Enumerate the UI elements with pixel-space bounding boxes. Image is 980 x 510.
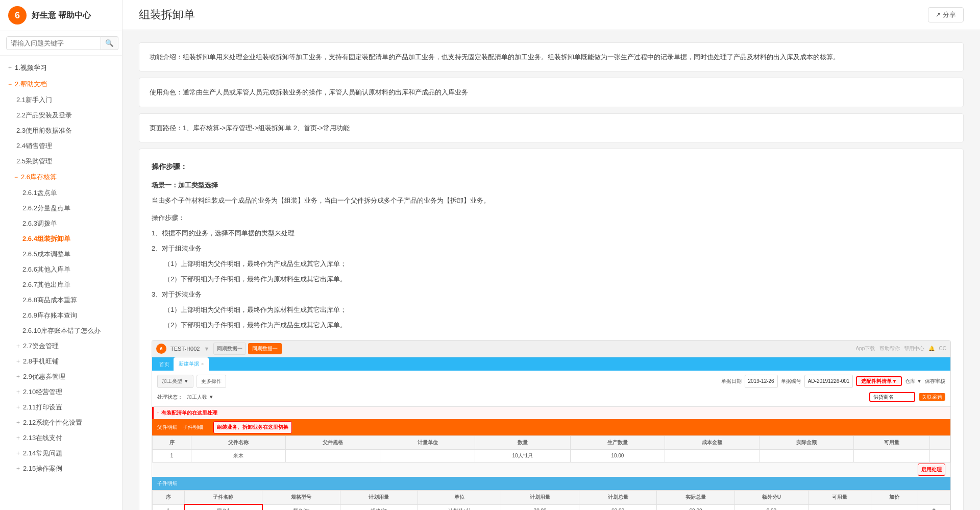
share-icon: ↗ [936, 11, 941, 18]
annotation-label2: 组装业务、拆卸业务在这里切换 [213, 421, 292, 433]
sidebar-item-label: 2.6.8商品成本重算 [22, 296, 77, 305]
sidebar-item-label: 2.6.9库存账本查询 [22, 311, 77, 320]
search-input[interactable] [6, 36, 101, 50]
sidebar-item-goods-cost[interactable]: 2.6.8商品成本重算 [0, 293, 122, 308]
sidebar-item-other-in[interactable]: 2.6.6其他入库单 [0, 262, 122, 277]
sidebar-item-label: 2.3使用前数据准备 [16, 126, 72, 135]
sidebar-item-label: 2.6.2分量盘点单 [22, 204, 70, 213]
intro-text: 功能介绍：组装拆卸单用来处理企业组装或拆卸等加工业务，支持有固定装配清单的产品加… [150, 53, 840, 61]
screenshot-box: 6 TEST-H002 ▼ 同期数据一 同期数据一 App下载 帮助帮你 帮用中… [152, 340, 951, 510]
sidebar-item-label: 2.8手机旺铺 [23, 357, 59, 366]
table-row: 1 米木 10人*1只 10.00 [153, 450, 950, 463]
sidebar-item-label: 2.9优惠券管理 [23, 372, 65, 381]
sidebar-item-label: 2.13在线支付 [23, 433, 62, 443]
role-section: 使用角色：通常由生产人员或库管人员完成拆装业务的操作，库管人员确认原材料的出库和… [139, 78, 964, 107]
annotation-label3: 启用处理 [918, 464, 945, 476]
page-title: 组装拆卸单 [139, 7, 195, 22]
sidebar-item-coupon[interactable]: +2.9优惠券管理 [0, 369, 122, 384]
ss-company: TEST-H002 [170, 343, 200, 354]
ss-logo: 6 [156, 344, 166, 354]
scenario1-desc: 当由多个子件材料组装成一个成品的业务为【组装】业务，当由一个父件拆分成多个子产品… [152, 194, 951, 207]
sidebar-item-label: 2.2产品安装及登录 [16, 111, 72, 120]
sidebar-item-pay[interactable]: +2.13在线支付 [0, 430, 122, 446]
sidebar-item-label: 2.6.7其他出库单 [22, 280, 70, 289]
search-icon: 🔍 [105, 39, 114, 47]
step2: 2、对于组装业务 [152, 242, 951, 255]
sidebar-item-other-out[interactable]: 2.6.7其他出库单 [0, 277, 122, 293]
sidebar-item-label: 2.6库存核算 [21, 173, 57, 182]
annotation-input-red: 供货商名 [869, 392, 915, 402]
sidebar-item-print[interactable]: +2.11打印设置 [0, 400, 122, 415]
sidebar-item-data[interactable]: 2.3使用前数据准备 [0, 123, 122, 138]
sidebar-item-stocktake[interactable]: 2.6.1盘点单 [0, 185, 122, 201]
sidebar-item-error[interactable]: 2.6.10库存账本错了怎么办 [0, 323, 122, 338]
sidebar-item-assembly[interactable]: 2.6.4组装拆卸单 [0, 231, 122, 247]
sidebar-item-label: 2.12系统个性化设置 [23, 418, 82, 427]
step2-sub1: （1）上部明细为父件明细，最终作为产成品生成其它入库单； [152, 257, 951, 271]
intro-section: 功能介绍：组装拆卸单用来处理企业组装或拆卸等加工业务，支持有固定装配清单的产品加… [139, 42, 964, 71]
search-button[interactable]: 🔍 [101, 36, 118, 50]
table-row: 1 黑色1 颜色/红 规格/红 计划(1+1) 30.00 60.00 60.0… [153, 504, 950, 510]
sidebar-item-label: 2.6.5成本调整单 [22, 250, 70, 259]
sidebar-item-label: 2.5采购管理 [16, 157, 52, 166]
sidebar-item-custom[interactable]: +2.12系统个性化设置 [0, 415, 122, 430]
steps-intro: 操作步骤： [152, 211, 951, 225]
sidebar: 6 好生意 帮助中心 🔍 + 1.视频学习 − 2.帮助文档 2.1新手入门 2… [0, 0, 122, 510]
sidebar-item-inventory[interactable]: − 2.6库存核算 [0, 169, 122, 185]
sidebar-item-label: 2.6.3调拨单 [22, 219, 57, 228]
sidebar-header: 6 好生意 帮助中心 [0, 0, 122, 31]
sidebar-item-label: 2.6.4组装拆卸单 [22, 234, 70, 244]
ss-new-btn: 同期数据一 [248, 343, 282, 354]
sidebar-item-mobile[interactable]: +2.8手机旺铺 [0, 354, 122, 369]
collapse-icon: − [8, 81, 12, 88]
role-text: 使用角色：通常由生产人员或库管人员完成拆装业务的操作，库管人员确认原材料的出库和… [150, 88, 468, 96]
sidebar-item-label: 2.10经营管理 [23, 387, 62, 397]
steps-title: 操作步骤： [152, 159, 951, 174]
sidebar-item-ledger[interactable]: 2.6.9库存账本查询 [0, 308, 122, 323]
app-logo: 6 [8, 6, 27, 25]
path-section: 页面路径：1、库存核算->库存管理->组装拆卸单 2、首页->常用功能 [139, 113, 964, 142]
sidebar-item-partial[interactable]: 2.6.2分量盘点单 [0, 201, 122, 216]
main-content: 操作步骤： 场景一：加工类型选择 当由多个子件材料组装成一个成品的业务为【组装】… [139, 149, 964, 510]
annotation-label1: ↑ 有装配清单的在这里处理 [152, 407, 950, 419]
sidebar-item-ops[interactable]: +2.10经营管理 [0, 384, 122, 400]
step3: 3、对于拆装业务 [152, 288, 951, 301]
step3-sub1: （1）上部明细为父件明细，最终作为原材料生成其它出库单； [152, 303, 951, 317]
sidebar-item-label: 2.6.1盘点单 [22, 188, 57, 198]
sidebar-item-videos[interactable]: + 1.视频学习 [0, 60, 122, 76]
app-name: 好生意 帮助中心 [32, 10, 91, 21]
sidebar-item-faq[interactable]: +2.14常见问题 [0, 446, 122, 461]
annotation-assembly-list: 选配件料清单▼ [856, 376, 902, 386]
sidebar-item-docs[interactable]: − 2.帮助文档 [0, 76, 122, 92]
content-area: 功能介绍：组装拆卸单用来处理企业组装或拆卸等加工业务，支持有固定装配清单的产品加… [122, 30, 980, 510]
sidebar-item-label: 2.4销售管理 [16, 141, 52, 151]
expand-icon: + [8, 64, 12, 71]
sidebar-item-cost[interactable]: 2.6.5成本调整单 [0, 247, 122, 262]
ss-nav-btn: 同期数据一 [213, 343, 246, 355]
main-area: 组装拆卸单 ↗ 分享 功能介绍：组装拆卸单用来处理企业组装或拆卸等加工业务，支持… [122, 0, 980, 510]
sidebar-item-install[interactable]: 2.2产品安装及登录 [0, 108, 122, 123]
sidebar-item-label: 2.15操作案例 [23, 464, 62, 473]
sidebar-item-finance[interactable]: +2.7资金管理 [0, 338, 122, 354]
ss-tab-label: 新建单据 [179, 359, 199, 369]
sidebar-item-purchase[interactable]: 2.5采购管理 [0, 154, 122, 169]
scenario1-title: 场景一：加工类型选择 [152, 179, 951, 192]
step3-sub2: （2）下部明细为子件明细，最终作为产成品生成其它入库单。 [152, 319, 951, 332]
share-label: 分享 [943, 10, 956, 19]
sidebar-item-label: 1.视频学习 [15, 63, 47, 72]
ss-switch-row: 父件明细 子件明细 组装业务、拆卸业务在这里切换 [152, 419, 950, 435]
ss-close-tab[interactable]: × [201, 359, 204, 369]
sidebar-item-label: 2.帮助文档 [15, 80, 47, 89]
share-button[interactable]: ↗ 分享 [928, 7, 964, 22]
path-text: 页面路径：1、库存核算->库存管理->组装拆卸单 2、首页->常用功能 [150, 124, 350, 132]
sidebar-item-label: 2.1新手入门 [16, 95, 52, 105]
sidebar-item-transfer[interactable]: 2.6.3调拨单 [0, 216, 122, 231]
sidebar-item-cases[interactable]: +2.15操作案例 [0, 461, 122, 476]
main-header: 组装拆卸单 ↗ 分享 [122, 0, 980, 30]
step1: 1、根据不同的业务，选择不同单据的类型来处理 [152, 227, 951, 240]
sidebar-item-sales[interactable]: 2.4销售管理 [0, 138, 122, 154]
ss-active-tab: 新建单据 × [174, 357, 209, 371]
sidebar-item-new[interactable]: 2.1新手入门 [0, 92, 122, 108]
search-box: 🔍 [0, 31, 122, 56]
collapse-icon: − [14, 174, 18, 181]
